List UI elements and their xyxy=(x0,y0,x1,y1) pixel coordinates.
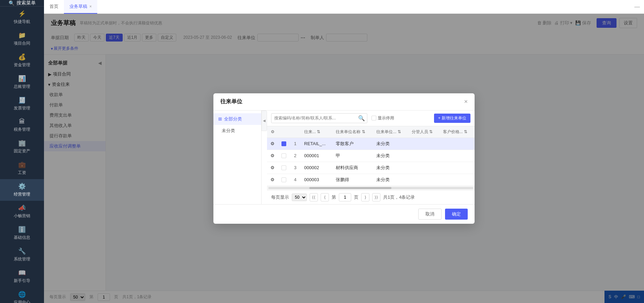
row-manager xyxy=(408,138,440,150)
scrollbar-thumb xyxy=(309,187,391,189)
sidebar-item-app-center[interactable]: 🌐 应用中心 xyxy=(0,287,44,303)
tab-close-icon[interactable]: × xyxy=(89,4,92,9)
partner-dialog: 往来单位 × ⊞ 全部分类 未分类 ◀ xyxy=(213,93,475,224)
col-price-level[interactable]: 客户价格... ⇅ xyxy=(440,126,475,138)
unclassified-label: 未分类 xyxy=(222,128,235,134)
app-center-icon: 🌐 xyxy=(18,291,26,298)
col-settings[interactable]: ⚙ xyxy=(267,126,278,138)
table-row[interactable]: ⚙ 4 000003 张鹏得 未分类 xyxy=(267,174,475,186)
panel-collapse-btn[interactable]: ◀ xyxy=(262,110,267,131)
col-manager[interactable]: 分管人员 ⇅ xyxy=(408,126,440,138)
tab-draft[interactable]: 业务草稿 × xyxy=(64,0,97,14)
sidebar-item-label: 税务管理 xyxy=(14,127,30,132)
sidebar-item-project[interactable]: 📁 项目合同 xyxy=(0,28,44,50)
horizontal-scrollbar[interactable] xyxy=(267,186,475,190)
row-settings[interactable]: ⚙ xyxy=(267,162,278,174)
add-partner-btn[interactable]: + 新增往来单位 xyxy=(434,114,470,123)
sidebar-item-system[interactable]: 🔧 系统管理 xyxy=(0,244,44,266)
dialog-category-unclassified[interactable]: 未分类 xyxy=(213,125,261,137)
page-label: 第 xyxy=(332,194,336,200)
dialog-toolbar: 🔍 显示停用 + 新增往来单位 xyxy=(267,110,475,126)
sidebar-item-label: 项目合同 xyxy=(14,40,30,46)
salary-icon: 💼 xyxy=(18,161,26,168)
row-name: 材料供应商 xyxy=(332,162,373,174)
dialog-footer: 取消 确定 xyxy=(213,204,475,224)
sidebar-item-label: 小畅营销 xyxy=(14,213,30,219)
row-settings[interactable]: ⚙ xyxy=(267,174,278,186)
sidebar-item-tax[interactable]: 🏛 税务管理 xyxy=(0,115,44,136)
sidebar-item-basic-info[interactable]: ℹ️ 基础信息 xyxy=(0,222,44,244)
fixed-assets-icon: 🏢 xyxy=(18,139,26,147)
col-num xyxy=(290,126,301,138)
row-manager xyxy=(408,162,440,174)
show-disabled-checkbox[interactable]: 显示停用 xyxy=(371,115,394,121)
sidebar-item-label: 固定资产 xyxy=(14,148,30,154)
row-code: 000001 xyxy=(301,150,332,162)
sidebar-item-capital[interactable]: 💰 资金管理 xyxy=(0,50,44,71)
row-checkbox[interactable] xyxy=(278,150,290,162)
row-category: 未分类 xyxy=(373,138,408,150)
guide-icon: 📖 xyxy=(18,269,26,277)
sidebar-item-ops[interactable]: ⚙️ 经营管理 xyxy=(0,179,44,201)
capital-icon: 💰 xyxy=(18,53,26,61)
row-settings[interactable]: ⚙ xyxy=(267,150,278,162)
dialog-close-btn[interactable]: × xyxy=(464,98,468,105)
dialog-body: ⊞ 全部分类 未分类 ◀ 🔍 xyxy=(213,110,475,204)
row-name: 零散客户 xyxy=(332,138,373,150)
sidebar-item-label: 工资 xyxy=(18,170,26,176)
table-header-row: ⚙ 往来... ⇅ 往来单位名称 ⇅ xyxy=(267,126,475,138)
search-input[interactable] xyxy=(271,114,356,122)
col-code[interactable]: 往来... ⇅ xyxy=(301,126,332,138)
sidebar: 🔍 搜索菜单 ⚡ 快捷导航 📁 项目合同 💰 资金管理 📊 总账管理 🧾 发票管… xyxy=(0,0,44,303)
dialog-overlay: 往来单位 × ⊞ 全部分类 未分类 ◀ xyxy=(44,14,644,303)
marketing-icon: 📣 xyxy=(18,204,26,212)
dialog-left-panel: ⊞ 全部分类 未分类 xyxy=(213,110,262,204)
row-code: 000002 xyxy=(301,162,332,174)
col-category[interactable]: 往来单位... ⇅ xyxy=(373,126,408,138)
page-input[interactable] xyxy=(339,193,351,201)
row-checkbox[interactable] xyxy=(278,162,290,174)
row-settings[interactable]: ⚙ xyxy=(267,138,278,150)
total-records: 共1页，4条记录 xyxy=(383,194,415,200)
dialog-header: 往来单位 × xyxy=(213,93,475,110)
sidebar-item-salary[interactable]: 💼 工资 xyxy=(0,158,44,179)
prev-page-btn[interactable]: ⟨ xyxy=(321,193,329,201)
sidebar-item-guide[interactable]: 📖 新手引导 xyxy=(0,266,44,287)
table-row[interactable]: ⚙ 1 RETAIL_... 零散客户 未分类 xyxy=(267,138,475,150)
sidebar-item-marketing[interactable]: 📣 小畅营销 xyxy=(0,201,44,222)
project-icon: 📁 xyxy=(18,32,26,39)
dialog-category-all[interactable]: ⊞ 全部分类 xyxy=(213,113,261,125)
per-page-select[interactable]: 50 xyxy=(292,194,307,201)
sidebar-item-fixed-assets[interactable]: 🏢 固定资产 xyxy=(0,136,44,158)
partners-table: ⚙ 往来... ⇅ 往来单位名称 ⇅ xyxy=(267,126,475,186)
sidebar-item-invoice[interactable]: 🧾 发票管理 xyxy=(0,93,44,115)
dialog-title: 往来单位 xyxy=(220,98,242,105)
col-name[interactable]: 往来单位名称 ⇅ xyxy=(332,126,373,138)
all-category-label: 全部分类 xyxy=(224,116,242,122)
next-page-btn[interactable]: ⟩ xyxy=(361,193,369,201)
row-category: 未分类 xyxy=(373,150,408,162)
dialog-right-panel: 🔍 显示停用 + 新增往来单位 ⚙ xyxy=(267,110,475,204)
sidebar-item-quick-nav[interactable]: ⚡ 快捷导航 xyxy=(0,7,44,28)
col-checkbox xyxy=(278,126,290,138)
row-checkbox[interactable] xyxy=(278,174,290,186)
show-disabled-label: 显示停用 xyxy=(378,115,394,121)
tab-draft-label: 业务草稿 xyxy=(69,3,87,10)
tab-home[interactable]: 首页 xyxy=(44,0,64,14)
table-row[interactable]: ⚙ 3 000002 材料供应商 未分类 xyxy=(267,162,475,174)
first-page-btn[interactable]: ⟨⟨ xyxy=(310,193,318,201)
window-minimize-btn[interactable]: — xyxy=(630,0,644,14)
topnav: 首页 业务草稿 × — xyxy=(44,0,644,14)
minimize-icon: — xyxy=(634,4,640,10)
row-category: 未分类 xyxy=(373,162,408,174)
quick-nav-icon: ⚡ xyxy=(18,10,26,18)
row-name: 甲 xyxy=(332,150,373,162)
row-checkbox[interactable] xyxy=(278,138,290,150)
cancel-button[interactable]: 取消 xyxy=(418,209,442,220)
sidebar-item-accounting[interactable]: 📊 总账管理 xyxy=(0,71,44,93)
sidebar-logo[interactable]: 🔍 搜索菜单 xyxy=(0,0,44,7)
confirm-button[interactable]: 确定 xyxy=(445,209,468,220)
table-row[interactable]: ⚙ 2 000001 甲 未分类 xyxy=(267,150,475,162)
last-page-btn[interactable]: ⟩⟩ xyxy=(372,193,380,201)
search-submit-btn[interactable]: 🔍 xyxy=(356,114,367,123)
